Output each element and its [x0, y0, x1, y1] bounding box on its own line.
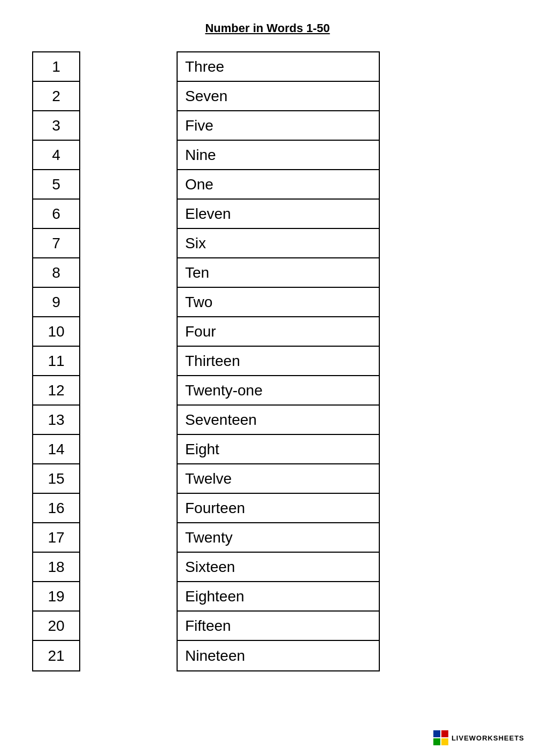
word-cell: Eleven: [178, 200, 379, 229]
page-title: Number in Words 1-50: [0, 0, 535, 51]
number-cell: 16: [33, 494, 79, 523]
number-cell: 1: [33, 52, 79, 82]
footer: LIVEWORKSHEETS: [433, 730, 524, 745]
words-column: ThreeSevenFiveNineOneElevenSixTenTwoFour…: [177, 51, 380, 671]
content-area: 123456789101112131415161718192021 ThreeS…: [0, 51, 535, 671]
svg-rect-3: [441, 738, 448, 745]
word-cell: Six: [178, 229, 379, 258]
word-cell: Seven: [178, 82, 379, 111]
word-cell: Seventeen: [178, 406, 379, 435]
number-cell: 13: [33, 406, 79, 435]
word-cell: Nine: [178, 141, 379, 170]
word-cell: Sixteen: [178, 553, 379, 582]
number-cell: 9: [33, 288, 79, 317]
word-cell: Four: [178, 317, 379, 347]
number-cell: 19: [33, 582, 79, 612]
number-cell: 7: [33, 229, 79, 258]
logo-box: [433, 730, 448, 745]
word-cell: Eight: [178, 435, 379, 464]
number-cell: 6: [33, 200, 79, 229]
number-cell: 8: [33, 258, 79, 288]
svg-rect-2: [433, 738, 440, 745]
word-cell: Twelve: [178, 464, 379, 494]
number-cell: 14: [33, 435, 79, 464]
svg-rect-1: [441, 730, 448, 737]
numbers-column: 123456789101112131415161718192021: [32, 51, 80, 671]
word-cell: Three: [178, 52, 379, 82]
number-cell: 18: [33, 553, 79, 582]
word-cell: Two: [178, 288, 379, 317]
word-cell: Nineteen: [178, 641, 379, 670]
number-cell: 21: [33, 641, 79, 670]
number-cell: 17: [33, 523, 79, 553]
number-cell: 4: [33, 141, 79, 170]
word-cell: Eighteen: [178, 582, 379, 612]
number-cell: 3: [33, 111, 79, 141]
number-cell: 2: [33, 82, 79, 111]
word-cell: Twenty-one: [178, 376, 379, 406]
word-cell: Five: [178, 111, 379, 141]
number-cell: 20: [33, 612, 79, 641]
footer-text: LIVEWORKSHEETS: [452, 734, 524, 742]
word-cell: Ten: [178, 258, 379, 288]
word-cell: Fifteen: [178, 612, 379, 641]
number-cell: 15: [33, 464, 79, 494]
word-cell: One: [178, 170, 379, 200]
number-cell: 5: [33, 170, 79, 200]
number-cell: 11: [33, 347, 79, 376]
word-cell: Twenty: [178, 523, 379, 553]
svg-rect-0: [433, 730, 440, 737]
word-cell: Fourteen: [178, 494, 379, 523]
number-cell: 10: [33, 317, 79, 347]
word-cell: Thirteen: [178, 347, 379, 376]
number-cell: 12: [33, 376, 79, 406]
